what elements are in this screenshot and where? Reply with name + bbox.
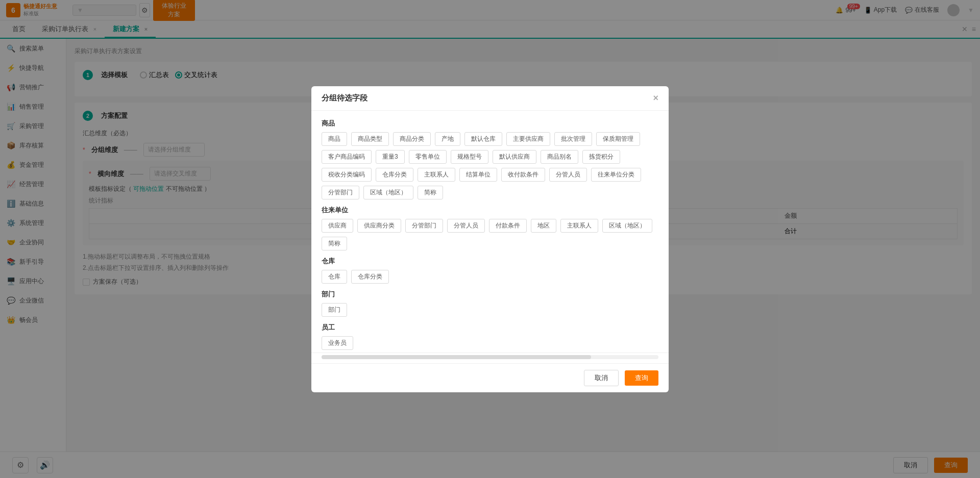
confirm-button[interactable]: 查询	[625, 370, 658, 386]
field-chip[interactable]: 供应商分类	[357, 219, 401, 233]
field-chip[interactable]: 保质期管理	[596, 132, 640, 146]
field-chip[interactable]: 付款条件	[489, 219, 527, 233]
field-chip[interactable]: 默认供应商	[493, 150, 536, 164]
field-chip[interactable]: 仓库分类	[376, 168, 413, 182]
field-chip[interactable]: 重量3	[376, 150, 405, 164]
field-chip[interactable]: 默认仓库	[464, 132, 502, 146]
cancel-button[interactable]: 取消	[584, 370, 619, 386]
field-chip[interactable]: 地区	[531, 219, 556, 233]
field-chip[interactable]: 批次管理	[554, 132, 592, 146]
field-chip[interactable]: 仓库分类	[351, 270, 389, 284]
field-chip[interactable]: 区域（地区）	[363, 186, 413, 199]
field-chip[interactable]: 简称	[418, 186, 443, 199]
field-chip[interactable]: 税收分类编码	[322, 168, 372, 182]
field-chip[interactable]: 零售单位	[409, 150, 447, 164]
field-chip[interactable]: 拣货积分	[582, 150, 620, 164]
field-chip[interactable]: 往来单位分类	[591, 168, 641, 182]
field-chip[interactable]: 主联系人	[418, 168, 455, 182]
section-title-商品: 商品	[322, 119, 658, 128]
field-chip[interactable]: 主联系人	[560, 219, 598, 233]
field-select-modal: 分组待选字段 × 商品商品商品类型商品分类产地默认仓库主要供应商批次管理保质期管…	[311, 86, 669, 392]
modal-body[interactable]: 商品商品商品类型商品分类产地默认仓库主要供应商批次管理保质期管理客户商品编码重量…	[311, 111, 669, 353]
field-chip[interactable]: 供应商	[322, 219, 353, 233]
section-title-仓库: 仓库	[322, 257, 658, 266]
modal-scrollbar-area	[311, 353, 669, 363]
field-chip[interactable]: 结算单位	[459, 168, 497, 182]
modal-close-button[interactable]: ×	[653, 93, 658, 103]
field-chip[interactable]: 分管部门	[322, 186, 359, 199]
field-chips-员工: 业务员	[322, 336, 658, 350]
section-title-往来单位: 往来单位	[322, 206, 658, 215]
horizontal-scrollbar[interactable]	[322, 355, 658, 359]
field-chip[interactable]: 简称	[322, 237, 347, 250]
field-chip[interactable]: 商品	[322, 132, 347, 146]
field-chip[interactable]: 业务员	[322, 336, 353, 350]
field-chip[interactable]: 主要供应商	[506, 132, 550, 146]
field-chips-商品: 商品商品类型商品分类产地默认仓库主要供应商批次管理保质期管理客户商品编码重量3零…	[322, 132, 658, 199]
field-chip[interactable]: 分管人员	[549, 168, 587, 182]
field-chip[interactable]: 分管部门	[405, 219, 443, 233]
modal-overlay: 分组待选字段 × 商品商品商品类型商品分类产地默认仓库主要供应商批次管理保质期管…	[0, 0, 980, 478]
field-chip[interactable]: 区域（地区）	[602, 219, 652, 233]
field-chip[interactable]: 商品别名	[541, 150, 578, 164]
field-chip[interactable]: 仓库	[322, 270, 347, 284]
field-chip[interactable]: 分管人员	[447, 219, 485, 233]
section-title-员工: 员工	[322, 323, 658, 332]
field-chip[interactable]: 收付款条件	[501, 168, 545, 182]
modal-title: 分组待选字段	[322, 93, 368, 103]
field-chip[interactable]: 规格型号	[451, 150, 488, 164]
field-chips-往来单位: 供应商供应商分类分管部门分管人员付款条件地区主联系人区域（地区）简称	[322, 219, 658, 250]
section-title-部门: 部门	[322, 290, 658, 299]
field-chip[interactable]: 商品类型	[351, 132, 389, 146]
modal-header: 分组待选字段 ×	[311, 86, 669, 111]
field-chip[interactable]: 产地	[435, 132, 460, 146]
field-chip[interactable]: 商品分类	[393, 132, 431, 146]
field-chip[interactable]: 部门	[322, 303, 347, 317]
field-chips-部门: 部门	[322, 303, 658, 317]
field-chip[interactable]: 客户商品编码	[322, 150, 372, 164]
modal-footer: 取消 查询	[311, 363, 669, 392]
field-chips-仓库: 仓库仓库分类	[322, 270, 658, 284]
